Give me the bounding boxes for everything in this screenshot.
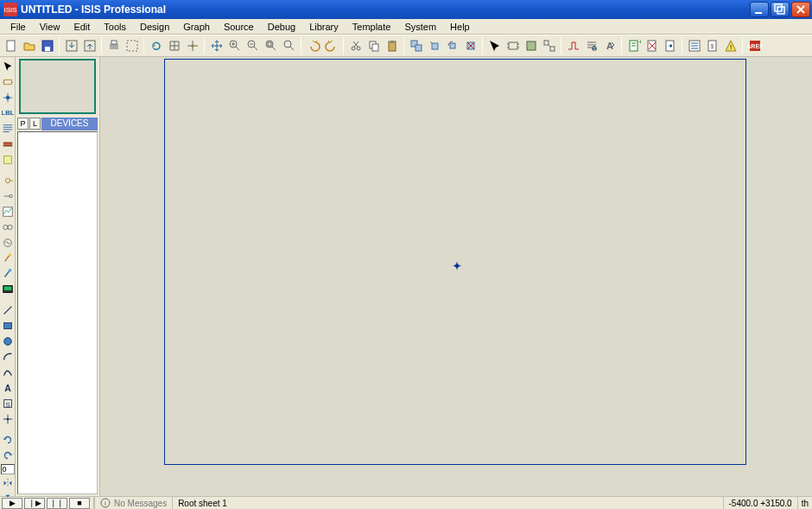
virtual-instrument-tool[interactable] [1, 283, 15, 296]
bom-button[interactable]: $ [704, 38, 720, 54]
voltage-probe-tool[interactable] [1, 251, 15, 265]
circle-2d-tool[interactable] [1, 334, 15, 348]
make-device-button[interactable] [504, 38, 521, 54]
grid-toggle-button[interactable] [166, 38, 182, 54]
search-text-button[interactable]: A [583, 38, 599, 54]
make-device-icon [506, 39, 520, 53]
current-probe-tool[interactable] [1, 267, 15, 281]
save-file-button[interactable] [39, 38, 55, 54]
terminal-tool[interactable] [1, 174, 15, 188]
cut-button[interactable] [347, 38, 364, 54]
design-explorer-button[interactable] [686, 38, 702, 54]
bus-mode-tool[interactable] [1, 137, 15, 151]
component-mode-tool[interactable] [1, 75, 15, 89]
refresh-button[interactable] [148, 38, 164, 54]
redo-button[interactable] [323, 38, 339, 54]
generator-tool[interactable] [1, 236, 15, 250]
rotate-ccw-tool[interactable] [1, 449, 15, 462]
block-delete-button[interactable] [462, 38, 479, 54]
step-button[interactable]: ❘▶ [24, 498, 45, 509]
path-2d-tool[interactable] [1, 366, 15, 379]
menu-library[interactable]: Library [302, 21, 346, 33]
menu-debug[interactable]: Debug [261, 21, 302, 33]
zoom-area-button[interactable] [281, 38, 297, 54]
menu-edit[interactable]: Edit [67, 21, 97, 33]
tape-recorder-tool[interactable] [1, 220, 15, 234]
menu-file[interactable]: File [3, 21, 33, 33]
menu-help[interactable]: Help [443, 21, 477, 33]
new-file-button[interactable] [3, 38, 19, 54]
import-region-button[interactable] [63, 38, 79, 54]
menu-template[interactable]: Template [346, 21, 398, 33]
zoom-all-button[interactable] [263, 38, 279, 54]
menu-graph[interactable]: Graph [176, 21, 217, 33]
svg-point-56 [8, 269, 11, 272]
delete-sheet-button[interactable] [644, 38, 660, 54]
property-assign-button[interactable]: A [601, 38, 618, 54]
text-2d-tool[interactable]: A [1, 381, 15, 395]
block-move-button[interactable] [426, 38, 442, 54]
box-2d-tool[interactable] [1, 319, 15, 333]
graph-mode-icon [2, 205, 14, 219]
pause-button[interactable]: ❘❘ [47, 498, 67, 509]
marker-2d-tool[interactable] [1, 412, 15, 426]
paste-button[interactable] [384, 38, 400, 54]
graph-mode-tool[interactable] [1, 205, 15, 219]
print-button[interactable] [105, 38, 122, 54]
decompose-button[interactable] [541, 38, 557, 54]
libraries-button[interactable]: L [29, 118, 41, 130]
import-region-icon [65, 39, 79, 53]
svg-rect-30 [544, 41, 549, 45]
block-rotate-button[interactable] [444, 38, 460, 54]
menu-source[interactable]: Source [217, 21, 261, 33]
device-pin-tool[interactable] [1, 189, 15, 203]
minimize-button[interactable] [750, 2, 769, 17]
pick-parts-button[interactable]: P [17, 118, 29, 130]
new-sheet-button[interactable]: + [625, 38, 642, 54]
undo-button[interactable] [305, 38, 321, 54]
svg-point-64 [6, 418, 9, 421]
menu-tools[interactable]: Tools [97, 21, 133, 33]
overview-window[interactable] [19, 59, 96, 114]
wire-autorouter-button[interactable] [565, 38, 581, 54]
pick-device-button[interactable] [486, 38, 503, 54]
menu-system[interactable]: System [397, 21, 443, 33]
open-file-button[interactable] [21, 38, 37, 54]
menu-view[interactable]: View [33, 21, 67, 33]
svg-rect-31 [550, 47, 555, 51]
junction-mode-tool[interactable] [1, 91, 15, 105]
rotate-cw-tool[interactable] [1, 433, 15, 447]
block-copy-button[interactable] [408, 38, 424, 54]
goto-sheet-button[interactable] [662, 38, 678, 54]
close-button[interactable] [791, 2, 810, 17]
pan-center-button[interactable] [208, 38, 225, 54]
zoom-out-button[interactable] [244, 38, 261, 54]
line-2d-tool[interactable] [1, 303, 15, 317]
stop-button[interactable]: ■ [69, 498, 90, 509]
zoom-in-button[interactable] [226, 38, 243, 54]
menu-design[interactable]: Design [133, 21, 176, 33]
editing-canvas[interactable]: ✦ [100, 57, 812, 496]
copy-button[interactable] [365, 38, 382, 54]
origin-button[interactable] [184, 38, 200, 54]
subcircuit-tool[interactable] [1, 153, 15, 167]
wire-label-tool[interactable]: LBL [1, 106, 15, 120]
maximize-button[interactable] [771, 2, 790, 17]
mark-area-button[interactable] [124, 38, 140, 54]
object-selector-list[interactable] [17, 131, 98, 494]
delete-sheet-icon [645, 39, 659, 53]
erc-button[interactable]: ! [722, 38, 739, 54]
arc-2d-icon [2, 350, 14, 364]
text-script-tool[interactable] [1, 122, 15, 136]
block-move-icon [428, 39, 441, 53]
packaging-tool-button[interactable] [523, 38, 539, 54]
selection-mode-tool[interactable] [1, 60, 15, 73]
rotation-angle-input[interactable]: 0 [1, 464, 15, 474]
netlist-ares-button[interactable]: ARES [746, 38, 763, 54]
mirror-x-tool[interactable] [1, 476, 15, 490]
save-region-button[interactable] [81, 38, 98, 54]
messages-status[interactable]: i No Messages [94, 497, 172, 509]
play-button[interactable]: ▶ [2, 498, 22, 509]
symbol-2d-tool[interactable]: S [1, 397, 15, 410]
arc-2d-tool[interactable] [1, 350, 15, 364]
